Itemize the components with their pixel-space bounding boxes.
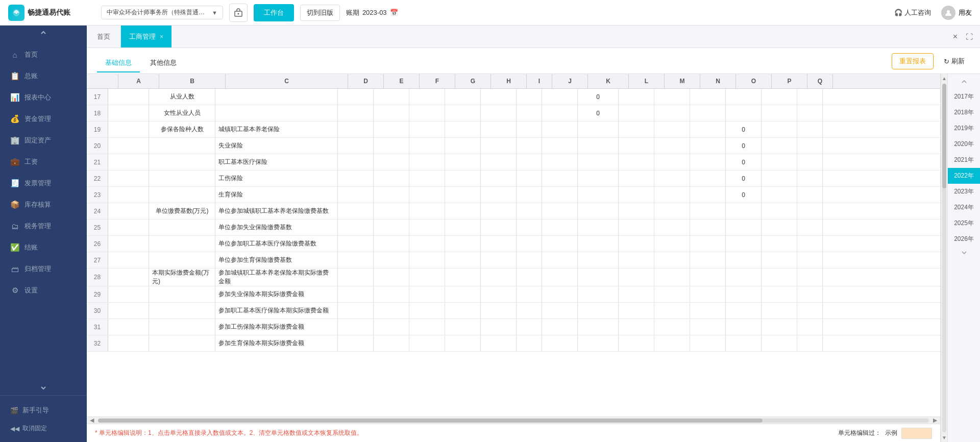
cell-B17[interactable]: 从业人数 xyxy=(149,89,215,105)
cell-O25[interactable] xyxy=(726,219,762,235)
cell-B32[interactable] xyxy=(149,335,215,351)
sidebar-item-finance[interactable]: 💰 资金管理 xyxy=(0,108,87,130)
cell-E25[interactable] xyxy=(374,219,409,235)
cell-J26[interactable] xyxy=(542,236,578,252)
cell-L19[interactable] xyxy=(619,121,654,137)
cell-E24[interactable] xyxy=(374,203,409,219)
cell-I23[interactable] xyxy=(517,187,542,203)
cell-L24[interactable] xyxy=(619,203,654,219)
year-item-2019[interactable]: 2019年 xyxy=(948,120,980,136)
cell-O18[interactable] xyxy=(726,105,762,121)
cell-C32[interactable]: 参加生育保险本期实际缴费金额 xyxy=(215,335,338,351)
cell-N22[interactable] xyxy=(690,170,726,186)
cell-N20[interactable] xyxy=(690,138,726,154)
cell-O31[interactable] xyxy=(726,319,762,335)
cell-J19[interactable] xyxy=(542,121,578,137)
cell-P26[interactable] xyxy=(762,236,797,252)
cell-H27[interactable] xyxy=(481,252,517,268)
cell-I30[interactable] xyxy=(517,303,542,318)
cell-E30[interactable] xyxy=(374,303,409,318)
cell-D26[interactable] xyxy=(338,236,374,252)
cell-E17[interactable] xyxy=(374,89,409,105)
cell-H19[interactable] xyxy=(481,121,517,137)
cell-D30[interactable] xyxy=(338,303,374,318)
cell-M28[interactable] xyxy=(654,268,690,286)
consultation-button[interactable]: 🎧 人工咨询 xyxy=(894,8,931,17)
cell-Q20[interactable] xyxy=(797,138,823,154)
cell-B24[interactable]: 单位缴费基数(万元) xyxy=(149,203,215,219)
cell-G28[interactable] xyxy=(445,268,481,286)
cell-N17[interactable] xyxy=(690,89,726,105)
cell-D23[interactable] xyxy=(338,187,374,203)
cell-B31[interactable] xyxy=(149,319,215,335)
cell-Q24[interactable] xyxy=(797,203,823,219)
cell-O32[interactable] xyxy=(726,335,762,351)
cell-A25[interactable] xyxy=(108,219,149,235)
cell-A24[interactable] xyxy=(108,203,149,219)
cell-B25[interactable] xyxy=(149,219,215,235)
cell-F20[interactable] xyxy=(409,138,445,154)
cell-C20[interactable]: 失业保险 xyxy=(215,138,338,154)
cell-I25[interactable] xyxy=(517,219,542,235)
year-item-2017[interactable]: 2017年 xyxy=(948,89,980,105)
cell-I31[interactable] xyxy=(517,319,542,335)
cell-G22[interactable] xyxy=(445,170,481,186)
cell-L18[interactable] xyxy=(619,105,654,121)
cell-A29[interactable] xyxy=(108,286,149,302)
cell-H21[interactable] xyxy=(481,154,517,170)
cell-O27[interactable] xyxy=(726,252,762,268)
cell-H32[interactable] xyxy=(481,335,517,351)
cell-H30[interactable] xyxy=(481,303,517,318)
cell-N30[interactable] xyxy=(690,303,726,318)
cell-F18[interactable] xyxy=(409,105,445,121)
year-item-2025[interactable]: 2025年 xyxy=(948,215,980,231)
cell-Q18[interactable] xyxy=(797,105,823,121)
cell-M30[interactable] xyxy=(654,303,690,318)
cell-I19[interactable] xyxy=(517,121,542,137)
sub-tab-basic-info[interactable]: 基础信息 xyxy=(97,54,140,72)
cell-I18[interactable] xyxy=(517,105,542,121)
cell-Q27[interactable] xyxy=(797,252,823,268)
cell-N23[interactable] xyxy=(690,187,726,203)
cell-E23[interactable] xyxy=(374,187,409,203)
cell-A32[interactable] xyxy=(108,335,149,351)
user-area[interactable]: 用友 xyxy=(941,6,972,20)
cell-A17[interactable] xyxy=(108,89,149,105)
cell-J24[interactable] xyxy=(542,203,578,219)
sidebar-item-fixed-assets[interactable]: 🏢 固定资产 xyxy=(0,130,87,151)
cell-J17[interactable] xyxy=(542,89,578,105)
v-scroll-thumb[interactable] xyxy=(942,84,946,188)
cell-H17[interactable] xyxy=(481,89,517,105)
cell-N29[interactable] xyxy=(690,286,726,302)
year-item-2022[interactable]: 2022年 xyxy=(948,168,980,184)
cell-G21[interactable] xyxy=(445,154,481,170)
cell-G27[interactable] xyxy=(445,252,481,268)
cell-M31[interactable] xyxy=(654,319,690,335)
cell-O19[interactable]: 0 xyxy=(726,121,762,137)
cell-C25[interactable]: 单位参加失业保险缴费基数 xyxy=(215,219,338,235)
tab-business-management[interactable]: 工商管理 × xyxy=(121,26,172,47)
cell-F17[interactable] xyxy=(409,89,445,105)
year-item-2021[interactable]: 2021年 xyxy=(948,152,980,168)
cell-J18[interactable] xyxy=(542,105,578,121)
cell-B28[interactable]: 本期实际缴费金额(万元) xyxy=(149,268,215,286)
cell-D21[interactable] xyxy=(338,154,374,170)
cell-J28[interactable] xyxy=(542,268,578,286)
cell-Q25[interactable] xyxy=(797,219,823,235)
cell-F32[interactable] xyxy=(409,335,445,351)
company-selector[interactable]: 中审众环会计师事务所（特殊普通合伙... ▼ xyxy=(101,6,223,19)
cell-G32[interactable] xyxy=(445,335,481,351)
switch-old-button[interactable]: 切到旧版 xyxy=(300,5,340,21)
cell-O17[interactable] xyxy=(726,89,762,105)
cell-C17[interactable] xyxy=(215,89,338,105)
year-item-2026[interactable]: 2026年 xyxy=(948,231,980,247)
cell-D27[interactable] xyxy=(338,252,374,268)
cell-H29[interactable] xyxy=(481,286,517,302)
cell-K21[interactable] xyxy=(578,154,619,170)
cell-E19[interactable] xyxy=(374,121,409,137)
cell-B30[interactable] xyxy=(149,303,215,318)
cell-I21[interactable] xyxy=(517,154,542,170)
cell-A28[interactable] xyxy=(108,268,149,286)
cell-K27[interactable] xyxy=(578,252,619,268)
cell-N27[interactable] xyxy=(690,252,726,268)
